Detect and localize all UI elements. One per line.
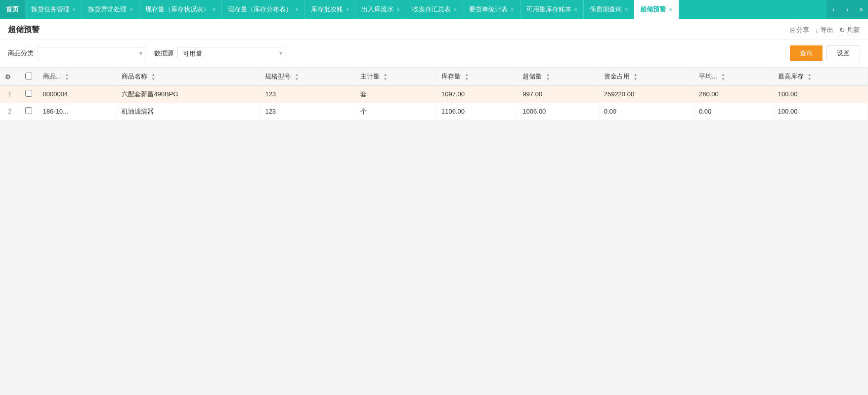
overstock-qty: 997.00 [518,85,599,103]
unit: 套 [355,85,436,103]
sort-icon: ▲▼ [151,73,156,81]
row-num: 1 [0,85,20,103]
nav-arrow-close[interactable]: × [854,0,868,19]
nav-item-task-mgmt[interactable]: 拣货任务管理 × [25,0,82,19]
nav-item-quality-check[interactable]: 保质期查询 × [584,0,634,19]
th-max-stock[interactable]: 最高库存 ▲▼ [773,68,868,86]
nav-item-inout-flow[interactable]: 出入库流水 × [355,0,406,19]
avg: 260.00 [694,85,773,103]
header-actions: ⎘ 分享 ↓ 导出 ↻ 刷新 [790,26,860,35]
row-num: 2 [0,103,20,120]
capital-usage: 259220.00 [599,85,694,103]
top-navigation: 首页 拣货任务管理 × 拣货异常处理 × 现存量（库存状况表） × 现存量（库存… [0,0,868,19]
row-checkbox[interactable] [25,107,32,114]
th-gear[interactable]: ⚙ [0,68,20,86]
filter-group-category: 商品分类 ▾ [8,47,146,60]
nav-item-available-stock[interactable]: 可用量库存账本 × [521,0,584,19]
datasource-select[interactable]: 可用量 实际量 [177,47,286,60]
close-icon[interactable]: × [669,6,672,12]
table-container: ⚙ 商品... ▲▼ 商品名称 ▲▼ 规格型号 ▲▼ [0,68,868,120]
product-name: 机油滤清器 [117,103,260,120]
share-icon: ⎘ [790,26,794,34]
close-icon[interactable]: × [73,6,76,12]
sort-icon: ▲▼ [633,73,638,81]
datasource-select-wrapper: 可用量 实际量 ▾ [177,47,286,60]
max-stock: 100.00 [773,85,868,103]
unit: 个 [355,103,436,120]
refresh-icon: ↻ [839,26,845,34]
stock-qty: 1106.00 [436,103,518,120]
spec: 123 [260,85,355,103]
th-unit[interactable]: 主计量 ▲▼ [355,68,436,86]
datasource-label: 数据源 [154,49,174,58]
th-product-name[interactable]: 商品名称 ▲▼ [117,68,260,86]
close-icon[interactable]: × [295,6,298,12]
row-checkbox-cell [20,85,38,103]
stock-qty: 1097.00 [436,85,518,103]
close-icon[interactable]: × [454,6,457,12]
th-stock-qty[interactable]: 库存量 ▲▼ [436,68,518,86]
nav-item-order-stat[interactable]: 要货单统计表 × [463,0,520,19]
product-code: 186-10... [38,103,117,120]
close-icon[interactable]: × [574,6,577,12]
nav-arrow-right[interactable]: › [840,0,854,19]
th-product-code[interactable]: 商品... ▲▼ [38,68,117,86]
row-checkbox-cell [20,103,38,120]
export-icon: ↓ [815,26,819,34]
category-select[interactable] [38,47,146,60]
settings-button[interactable]: 设置 [826,45,860,61]
sort-icon: ▲▼ [807,73,812,81]
close-icon[interactable]: × [625,6,628,12]
page-header: 超储预警 ⎘ 分享 ↓ 导出 ↻ 刷新 [0,19,868,40]
nav-item-stock-dist[interactable]: 现存量（库存分布表） × [222,0,304,19]
page-title: 超储预警 [8,25,40,35]
table-header-row: ⚙ 商品... ▲▼ 商品名称 ▲▼ 规格型号 ▲▼ [0,68,868,86]
close-icon[interactable]: × [511,6,514,12]
sort-icon: ▲▼ [546,73,550,81]
max-stock: 100.00 [773,103,868,120]
category-label: 商品分类 [8,49,34,58]
table-row: 1 0000004 六配套新昌490BPG 123 套 1097.00 997.… [0,85,868,103]
select-all-checkbox[interactable] [25,73,32,79]
table-row: 2 186-10... 机油滤清器 123 个 1106.00 1006.00 … [0,103,868,120]
nav-item-overstock-warning[interactable]: 超储预警 × [634,0,678,19]
category-select-wrapper: ▾ [38,47,146,60]
nav-item-stock-batch[interactable]: 库存批次账 × [305,0,355,19]
sort-icon: ▲▼ [295,73,299,81]
overstock-qty: 1006.00 [518,103,599,120]
th-avg[interactable]: 平均... ▲▼ [694,68,773,86]
nav-item-home[interactable]: 首页 [0,0,25,19]
nav-item-abnormal[interactable]: 拣货异常处理 × [82,0,139,19]
product-name: 六配套新昌490BPG [117,85,260,103]
export-button[interactable]: ↓ 导出 [815,26,833,35]
close-icon[interactable]: × [130,6,132,12]
nav-item-stock-status[interactable]: 现存量（库存状况表） × [139,0,222,19]
share-button[interactable]: ⎘ 分享 [790,26,809,35]
th-checkbox [20,68,38,86]
page-content: 超储预警 ⎘ 分享 ↓ 导出 ↻ 刷新 商品分类 ▾ [0,19,868,120]
sort-icon: ▲▼ [65,73,69,81]
close-icon[interactable]: × [396,6,399,12]
sort-icon: ▲▼ [465,73,469,81]
avg: 0.00 [694,103,773,120]
sort-icon: ▲▼ [383,73,388,81]
nav-item-receive-send[interactable]: 收发存汇总表 × [406,0,463,19]
nav-arrows: ‹ › × [826,0,868,19]
filter-group-datasource: 数据源 可用量 实际量 ▾ [154,47,286,60]
filter-actions: 查询 设置 [790,45,860,61]
close-icon[interactable]: × [346,6,349,12]
sort-icon: ▲▼ [721,73,725,81]
close-icon[interactable]: × [213,6,216,12]
gear-icon: ⚙ [5,73,11,80]
nav-arrow-left[interactable]: ‹ [826,0,840,19]
capital-usage: 0.00 [599,103,694,120]
refresh-button[interactable]: ↻ 刷新 [839,26,860,35]
th-capital-usage[interactable]: 资金占用 ▲▼ [599,68,694,86]
th-overstock-qty[interactable]: 超储量 ▲▼ [518,68,599,86]
product-code: 0000004 [38,85,117,103]
filter-row: 商品分类 ▾ 数据源 可用量 实际量 ▾ 查询 设置 [0,40,868,68]
th-spec[interactable]: 规格型号 ▲▼ [260,68,355,86]
spec: 123 [260,103,355,120]
row-checkbox[interactable] [25,90,32,97]
query-button[interactable]: 查询 [790,45,823,61]
